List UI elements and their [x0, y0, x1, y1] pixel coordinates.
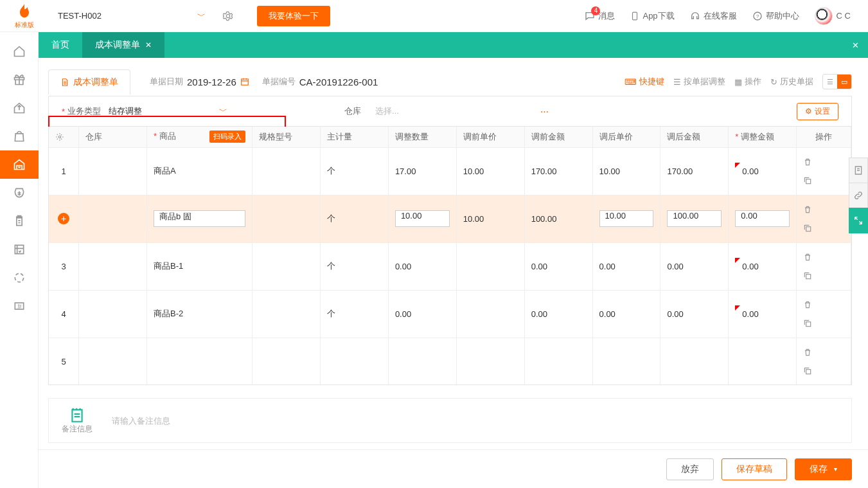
delete-row-button[interactable]: [803, 205, 844, 214]
messages-label: 消息: [598, 10, 615, 22]
qty-input[interactable]: 10.00: [395, 210, 450, 227]
svg-text:新: 新: [17, 304, 21, 309]
delete-row-button[interactable]: [803, 348, 844, 357]
after-amount-input[interactable]: 100.00: [667, 210, 722, 227]
data-table: 仓库 *商品扫码录入 规格型号 主计量 调整数量 调前单价 调前金额 调后单价 …: [49, 127, 851, 385]
nav-clipboard-icon[interactable]: [0, 207, 39, 235]
product-input[interactable]: 商品b 固: [154, 210, 245, 227]
view-toggle: ☰ ▭: [822, 74, 852, 89]
svg-rect-14: [806, 321, 811, 326]
doc-number: 单据编号 CA-20191226-001: [262, 76, 378, 87]
copy-row-button[interactable]: [803, 271, 844, 280]
col-unit: 主计量: [320, 127, 388, 147]
discard-button[interactable]: 放弃: [666, 458, 714, 480]
headset-icon: [690, 11, 700, 21]
copy-row-button[interactable]: [803, 224, 844, 233]
org-name: TEST-H002: [58, 11, 102, 21]
operations-link[interactable]: ▦操作: [734, 76, 761, 87]
org-settings-button[interactable]: [218, 6, 238, 26]
right-note-icon[interactable]: [849, 158, 868, 183]
right-sidebar: [849, 158, 868, 233]
customer-service-link[interactable]: 在线客服: [690, 10, 737, 22]
messages-badge: 4: [591, 6, 600, 15]
delete-row-button[interactable]: [803, 158, 844, 167]
warehouse-placeholder: 选择...: [375, 105, 399, 117]
more-filters-button[interactable]: ⋯: [540, 107, 549, 116]
nav-upload-icon[interactable]: [0, 94, 39, 122]
svg-rect-11: [806, 179, 811, 183]
nav-money-icon[interactable]: [0, 179, 39, 207]
app-download-link[interactable]: App下载: [630, 10, 674, 22]
svg-rect-13: [806, 274, 811, 278]
help-center-link[interactable]: ? 帮助中心: [752, 10, 799, 22]
delete-row-button[interactable]: [803, 300, 844, 309]
nav-bag-icon[interactable]: [0, 122, 39, 150]
save-draft-button[interactable]: 保存草稿: [722, 458, 787, 480]
settings-button[interactable]: ⚙ 设置: [797, 103, 838, 120]
app-download-label: App下载: [642, 10, 674, 22]
svg-point-3: [15, 273, 23, 282]
flame-icon: [15, 3, 33, 21]
add-row-button[interactable]: +: [58, 213, 69, 224]
nav-loading-icon[interactable]: [0, 264, 39, 292]
org-selector[interactable]: TEST-H002 ﹀: [51, 6, 212, 26]
scan-input-button[interactable]: 扫码录入: [209, 131, 245, 143]
doc-date-value[interactable]: 2019-12-26: [187, 77, 236, 87]
user-menu[interactable]: C C: [815, 7, 851, 25]
table-row[interactable]: 3商品B-1个0.000.000.000.000.00: [49, 242, 851, 290]
calendar-icon[interactable]: [240, 77, 249, 86]
col-before-amount: 调前金额: [524, 127, 592, 147]
title-actions: ⌨快捷键 ☰按单据调整 ▦操作 ↻历史单据 ☰ ▭: [616, 74, 852, 89]
svg-rect-0: [633, 12, 637, 20]
nav-warehouse-icon[interactable]: [0, 150, 39, 179]
nav-report-icon[interactable]: [0, 235, 39, 264]
delete-row-button[interactable]: [803, 253, 844, 262]
experience-button[interactable]: 我要体验一下: [257, 6, 330, 26]
col-after-price: 调后单价: [592, 127, 660, 147]
help-center-label: 帮助中心: [766, 10, 799, 22]
warehouse-label: 仓库: [344, 105, 361, 117]
tabs-close-all[interactable]: ✕: [842, 32, 868, 58]
table-row[interactable]: 5: [49, 338, 851, 385]
page-content: 成本调整单 单据日期 2019-12-26 单据编号 CA-20191226-0…: [39, 58, 868, 449]
messages-link[interactable]: 4 消息: [585, 10, 615, 22]
tab-cost-adjust-label: 成本调整单: [95, 39, 140, 51]
copy-row-button[interactable]: [803, 176, 844, 185]
copy-row-button[interactable]: [803, 319, 844, 328]
table-row[interactable]: 1商品A个17.0010.00170.0010.00170.000.00: [49, 147, 851, 195]
footer-actions: 放弃 保存草稿 保存▾: [39, 449, 868, 488]
svg-text:?: ?: [756, 14, 759, 19]
filter-row: * 业务类型 结存调整 ﹀ 仓库 选择... ⋯ ⚙ 设置: [48, 96, 852, 127]
page-title: 成本调整单: [73, 77, 118, 88]
view-list-button[interactable]: ☰: [823, 75, 837, 89]
business-type-field[interactable]: * 业务类型 结存调整 ﹀: [62, 105, 280, 117]
svg-rect-12: [806, 226, 811, 231]
doc-date: 单据日期 2019-12-26: [150, 76, 249, 87]
after-price-input[interactable]: 10.00: [599, 210, 654, 227]
view-grid-button[interactable]: ▭: [837, 75, 851, 89]
tab-home[interactable]: 首页: [39, 32, 82, 58]
adjust-amount-input[interactable]: 0.00: [735, 210, 790, 227]
col-settings[interactable]: [49, 127, 79, 147]
doc-date-label: 单据日期: [150, 76, 183, 87]
save-button[interactable]: 保存▾: [795, 458, 852, 480]
nav-gift-icon[interactable]: [0, 66, 39, 94]
nav-new-icon[interactable]: 新: [0, 292, 39, 320]
chevron-down-icon: ﹀: [197, 10, 206, 22]
table-row[interactable]: 4商品B-2个0.000.000.000.000.00: [49, 290, 851, 338]
col-operations: 操作: [797, 127, 851, 147]
right-expand-icon[interactable]: [849, 208, 868, 233]
remarks-label: 备注信息: [62, 407, 93, 435]
history-link[interactable]: ↻历史单据: [770, 76, 813, 87]
tab-cost-adjust[interactable]: 成本调整单 ✕: [82, 32, 164, 58]
close-icon[interactable]: ✕: [145, 41, 152, 50]
warehouse-filter[interactable]: 仓库 选择...: [344, 105, 399, 117]
page-title-tab: 成本调整单: [48, 69, 130, 95]
shortcut-link[interactable]: ⌨快捷键: [624, 76, 664, 87]
remarks-input[interactable]: [112, 416, 838, 426]
table-row[interactable]: +商品b 固个10.0010.00100.0010.00100.000.00: [49, 195, 851, 242]
by-doc-link[interactable]: ☰按单据调整: [673, 76, 725, 87]
nav-home-icon[interactable]: [0, 37, 39, 66]
copy-row-button[interactable]: [803, 366, 844, 375]
right-link-icon[interactable]: [849, 183, 868, 208]
